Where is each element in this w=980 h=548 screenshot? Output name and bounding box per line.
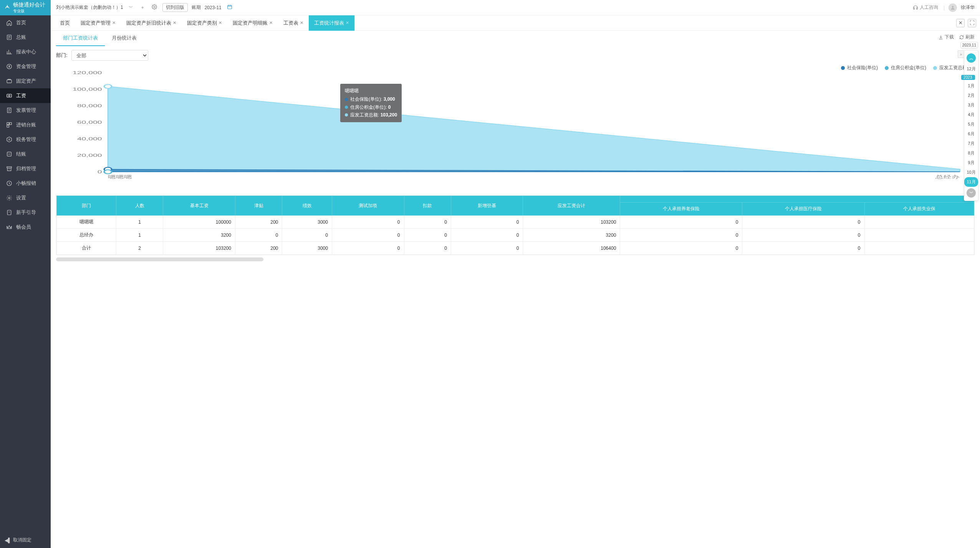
svg-rect-3 [7, 94, 12, 97]
svg-rect-2 [7, 80, 12, 83]
sidebar-unpin[interactable]: ◀▌ 取消固定 [0, 532, 51, 548]
close-icon[interactable]: ✕ [300, 20, 303, 25]
period-month[interactable]: 9月 [964, 158, 978, 168]
svg-rect-7 [10, 123, 12, 125]
tab-固定资产类别[interactable]: 固定资产类别✕ [182, 15, 227, 31]
table-row[interactable]: 总经办1320000000320000 [57, 229, 974, 242]
brand-edition: 专业版 [13, 8, 45, 14]
switch-old-version-button[interactable]: 切到旧版 [162, 3, 188, 12]
col-header: 个人承担养老保险 [620, 203, 742, 216]
brand-logo: 畅捷通好会计 专业版 [0, 0, 51, 15]
close-tab-button[interactable]: ✕ [956, 19, 965, 27]
table-row[interactable]: 合计2103200200300000010640000 [57, 242, 974, 255]
legend-item[interactable]: 住房公积金(单位) [885, 65, 926, 71]
salary-chart: 社会保险(单位)住房公积金(单位)应发工资总额 020,00040,00060,… [56, 65, 975, 191]
tab-固定资产管理[interactable]: 固定资产管理✕ [75, 15, 121, 31]
filter-dept-select[interactable]: 全部 [71, 50, 148, 61]
chart-tooltip: 嗯嗯嗯 社会保险(单位): 3,000住房公积金(单位): 0应发工资总额: 1… [340, 84, 402, 122]
period-month[interactable]: 1月 [964, 81, 978, 91]
sidebar-item-expense[interactable]: 小畅报销 [0, 176, 51, 191]
svg-point-26 [104, 85, 111, 88]
fullscreen-button[interactable]: ⛶ [968, 19, 976, 27]
refresh-button[interactable]: 刷新 [959, 34, 975, 40]
sidebar-item-ledger[interactable]: 总账 [0, 30, 51, 45]
period-panel-collapse[interactable]: » [958, 50, 964, 58]
period-panel: 2023.11 ︽ 12月20231月2月3月4月5月6月7月8月9月10月11… [964, 50, 978, 201]
close-icon[interactable]: ✕ [219, 20, 222, 25]
sidebar-item-invoice[interactable]: 发票管理 [0, 103, 51, 118]
period-month[interactable]: 11月 [964, 177, 978, 187]
period-month[interactable]: 3月 [964, 100, 978, 110]
sidebar-item-archive[interactable]: 归档管理 [0, 161, 51, 176]
sidebar-item-tax[interactable]: 税务管理 [0, 132, 51, 147]
account-name[interactable]: 刘小艳演示账套（勿删勿动！）1 [56, 4, 123, 11]
period-month[interactable]: 10月 [964, 168, 978, 177]
sidebar-item-salary[interactable]: 工资 [0, 88, 51, 103]
legend-item[interactable]: 社会保险(单位) [841, 65, 878, 71]
username[interactable]: 徐泽华 [961, 4, 975, 11]
period-month[interactable]: 4月 [964, 110, 978, 120]
year-badge: 2023 [961, 75, 975, 80]
sidebar-item-asset[interactable]: 固定资产 [0, 74, 51, 88]
calendar-icon[interactable] [225, 3, 234, 12]
download-button[interactable]: 下载 [939, 34, 954, 40]
period-month[interactable]: 7月 [964, 139, 978, 148]
close-icon[interactable]: ✕ [112, 20, 116, 25]
tab-首页[interactable]: 首页 [55, 15, 75, 31]
close-icon[interactable]: ✕ [269, 20, 273, 25]
svg-text:120,000: 120,000 [73, 70, 102, 75]
invoice-icon [6, 107, 12, 113]
period-up-button[interactable]: ︽ [967, 53, 976, 63]
period-month[interactable]: 5月 [964, 120, 978, 129]
svg-text:嗯嗯嗯: 嗯嗯嗯 [108, 174, 132, 179]
col-header: 津贴 [235, 196, 282, 216]
period-down-button[interactable]: ︾ [967, 188, 976, 198]
svg-text:80,000: 80,000 [77, 103, 102, 108]
tab-工资表[interactable]: 工资表✕ [278, 15, 309, 31]
account-settings-icon[interactable] [150, 3, 159, 12]
sidebar-item-stock[interactable]: 进销台账 [0, 118, 51, 132]
support-button[interactable]: 人工咨询 [911, 3, 940, 12]
archive-icon [6, 166, 12, 172]
col-header: 部门 [57, 196, 116, 216]
chart-canvas: 020,00040,00060,00080,000100,000120,000嗯… [56, 65, 975, 184]
period-month[interactable]: 8月 [964, 148, 978, 158]
user-avatar-icon[interactable] [949, 3, 957, 12]
subtab-部门工资统计表[interactable]: 部门工资统计表 [56, 31, 105, 46]
table-row[interactable]: 嗯嗯嗯1100000200300000010320000 [57, 216, 974, 229]
period-value[interactable]: 2023-11 [205, 5, 222, 10]
unpin-icon: ◀▌ [5, 538, 12, 543]
subtab-月份统计表[interactable]: 月份统计表 [105, 31, 144, 46]
close-icon[interactable]: ✕ [346, 20, 349, 25]
period-month[interactable]: 2月 [964, 91, 978, 100]
horizontal-scrollbar[interactable] [56, 257, 263, 261]
period-panel-head: 2023.11 [960, 42, 978, 48]
svg-rect-6 [7, 123, 9, 125]
sidebar-item-chart[interactable]: 报表中心 [0, 45, 51, 59]
sidebar-item-close[interactable]: 结账 [0, 147, 51, 161]
svg-point-14 [154, 6, 155, 8]
money-icon [6, 63, 12, 70]
sidebar-item-vip[interactable]: 畅会员 [0, 220, 51, 234]
sidebar-item-settings[interactable]: 设置 [0, 191, 51, 205]
period-month[interactable]: 12月 [964, 64, 978, 74]
salary-table[interactable]: 部门人数基本工资津贴绩效测试加项扣款新增弪基应发工资合计个人承担养老保险个人承担… [56, 195, 975, 255]
account-dropdown-icon[interactable]: ﹀ [127, 3, 135, 12]
sidebar-item-home[interactable]: 首页 [0, 15, 51, 30]
svg-text:总经办: 总经办 [935, 174, 960, 179]
sidebar-item-guide[interactable]: 新手引导 [0, 205, 51, 220]
col-header: 测试加项 [332, 196, 404, 216]
tab-工资统计报表[interactable]: 工资统计报表✕ [309, 15, 354, 31]
settings-icon [6, 195, 12, 201]
sidebar: 畅捷通好会计 专业版 首页总账报表中心资金管理固定资产工资发票管理进销台账税务管… [0, 0, 51, 548]
period-month[interactable]: 6月 [964, 129, 978, 139]
tab-固定资产明细账[interactable]: 固定资产明细账✕ [227, 15, 278, 31]
close-icon[interactable]: ✕ [173, 20, 176, 25]
svg-rect-8 [7, 125, 9, 127]
add-account-icon[interactable]: ＋ [139, 3, 146, 12]
legend-item[interactable]: 应发工资总额 [933, 65, 967, 71]
sidebar-item-money[interactable]: 资金管理 [0, 59, 51, 74]
tab-固定资产折旧统计表[interactable]: 固定资产折旧统计表✕ [121, 15, 182, 31]
stock-icon [6, 122, 12, 128]
col-header: 个人承担医疗保险 [742, 203, 864, 216]
